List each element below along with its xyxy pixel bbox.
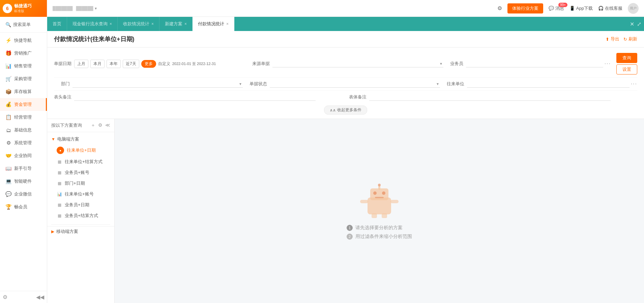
source-select[interactable]: [272, 60, 444, 67]
date-last-7-btn[interactable]: 近7天: [123, 60, 139, 68]
date-this-year-btn[interactable]: 本年: [107, 60, 121, 68]
scheme-item-label: 往来单位+账号: [65, 191, 94, 197]
scheme-item-partner-date[interactable]: ● 往来单位+日期: [47, 144, 114, 156]
sidebar-item-system[interactable]: ⚙ 系统管理: [0, 137, 47, 149]
close-all-tabs-icon[interactable]: ✕: [630, 21, 634, 27]
refresh-button[interactable]: ↻ 刷新: [623, 36, 637, 42]
sidebar-item-member[interactable]: 🏆 畅会员: [0, 201, 47, 213]
add-scheme-icon[interactable]: ＋: [91, 122, 95, 128]
salesperson-group: ··· 查询 设置: [466, 53, 637, 74]
sidebar-item-inventory[interactable]: 📦 库存核算: [0, 85, 47, 98]
sales-icon: 📊: [5, 63, 11, 69]
settings-icon[interactable]: ⚙: [3, 294, 7, 300]
scheme-item-salesperson-account[interactable]: ▦ 业务员+账号: [47, 167, 114, 178]
trial-button[interactable]: 体验行业方案: [507, 3, 543, 13]
refresh-label: 刷新: [628, 36, 637, 42]
scheme-item-dept-date[interactable]: ▦ 部门+日期: [47, 178, 114, 189]
app-download-label: App下载: [576, 5, 593, 11]
filter-row-1: 单据日期 上月 本月 本年 近7天 更多 自定义 2022-01-01 至 20…: [54, 50, 637, 78]
tip-text-1: 请先选择要分析的方案: [355, 225, 403, 231]
sidebar-item-hardware[interactable]: 💻 智能硬件: [0, 175, 47, 188]
scheme-item-salesperson-date[interactable]: ▦ 业务员+日期: [47, 200, 114, 210]
online-service-button[interactable]: 🎧 在线客服: [598, 5, 622, 11]
sidebar-item-finance[interactable]: 💰 资金管理: [0, 98, 47, 111]
sidebar-item-quick-nav[interactable]: ⚡ 快捷导航: [0, 34, 47, 47]
date-custom-btn[interactable]: 自定义: [158, 61, 170, 67]
quick-nav-icon: ⚡: [5, 37, 11, 43]
scheme-item-partner-settlement[interactable]: ▦ 往来单位+结算方式: [47, 156, 114, 167]
user-avatar[interactable]: 用户: [628, 3, 639, 14]
tab-new-scheme[interactable]: 新建方案 ×: [159, 17, 193, 31]
collapse-sidebar-icon[interactable]: ◀◀: [36, 294, 44, 300]
salesperson-more-icon[interactable]: ···: [605, 61, 611, 67]
svg-point-3: [382, 191, 385, 195]
query-button[interactable]: 查询: [616, 53, 637, 63]
sidebar-item-enterprise[interactable]: 🤝 企业协同: [0, 149, 47, 162]
svg-rect-4: [375, 197, 384, 198]
scheme-separator: [51, 224, 110, 225]
app-download-button[interactable]: 📱 App下载: [569, 5, 593, 11]
expand-group-icon: ▼: [51, 137, 55, 142]
empty-robot-svg: [357, 182, 401, 219]
sidebar-item-basic[interactable]: 🗂 基础信息: [0, 124, 47, 137]
sidebar-item-sales[interactable]: 📊 销售管理: [0, 60, 47, 72]
collapse-panel-icon[interactable]: ≪: [105, 122, 110, 128]
tab-payment-close[interactable]: ×: [226, 22, 229, 26]
dept-select[interactable]: [72, 80, 243, 87]
collapse-conditions-button[interactable]: ∧∧ 收起更多条件: [324, 105, 367, 115]
source-select-wrap: ▾: [272, 60, 444, 67]
tabbar: 首页 现金银行流水查询 × 收款情况统计 × 新建方案 × 付款情况统计 × ✕…: [47, 17, 644, 31]
sidebar-item-guide[interactable]: 📖 新手引导: [0, 162, 47, 175]
tab-new-scheme-close[interactable]: ×: [184, 22, 187, 26]
scheme-item-label: 业务员+结算方式: [65, 213, 98, 219]
active-scheme-icon: ●: [57, 147, 64, 154]
doc-status-label: 单据状态: [243, 81, 270, 87]
settings-scheme-icon[interactable]: ⚙: [98, 122, 103, 128]
search-icon: 🔍: [5, 22, 11, 27]
tab-bank-close[interactable]: ×: [110, 22, 112, 26]
sidebar-item-label: 快捷导航: [14, 37, 32, 43]
date-last-month-btn[interactable]: 上月: [74, 60, 88, 68]
tab-receipt-close[interactable]: ×: [151, 22, 154, 26]
breadcrumb-text: ███████ ██████: [53, 6, 93, 11]
dept-select-group: ▾: [72, 80, 243, 88]
search-menu-item[interactable]: 🔍 搜索菜单: [3, 20, 44, 30]
counterparty-more-icon[interactable]: ···: [631, 81, 637, 87]
sidebar-item-marketing[interactable]: 🎁 营销推广: [0, 47, 47, 60]
export-label: 导出: [611, 36, 619, 42]
expand-icon[interactable]: ⤢: [637, 21, 641, 27]
scheme-item-label: 部门+日期: [65, 180, 85, 186]
svg-rect-9: [372, 213, 377, 218]
svg-point-6: [378, 184, 381, 186]
tab-receipt[interactable]: 收款情况统计 ×: [118, 17, 159, 31]
tab-home[interactable]: 首页: [47, 17, 67, 31]
date-more-btn[interactable]: 更多: [141, 60, 156, 68]
empty-tips: 1 请先选择要分析的方案 2 用过滤条件来缩小分析范围: [347, 225, 412, 240]
scheme-item-salesperson-settlement[interactable]: ▦ 业务员+结算方式: [47, 210, 114, 221]
desktop-group-label: 电脑端方案: [57, 136, 79, 142]
message-button[interactable]: 💬 消息 99+: [549, 5, 564, 11]
doc-status-select[interactable]: [270, 80, 440, 87]
export-button[interactable]: ⬆ 导出: [606, 36, 619, 42]
breadcrumb-dropdown[interactable]: ▾: [95, 6, 97, 11]
sidebar-item-operation[interactable]: 📋 经营管理: [0, 111, 47, 124]
sidebar-item-wechat[interactable]: 💬 企业微信: [0, 188, 47, 201]
wechat-icon: 💬: [5, 191, 11, 197]
tab-home-label: 首页: [53, 21, 61, 27]
counterparty-input[interactable]: [467, 80, 630, 88]
filter-and-results: 单据日期 上月 本月 本年 近7天 更多 自定义 2022-01-01 至 20…: [47, 48, 644, 303]
tab-payment[interactable]: 付款情况统计 ×: [193, 17, 234, 31]
svg-point-2: [373, 191, 377, 195]
date-this-month-btn[interactable]: 本月: [90, 60, 105, 68]
tab-bank[interactable]: 现金银行流水查询 ×: [67, 17, 118, 31]
sidebar-item-purchase[interactable]: 🛒 采购管理: [0, 72, 47, 85]
header-note-input[interactable]: [74, 93, 316, 101]
settings-button[interactable]: 设置: [616, 64, 637, 74]
salesperson-label: 业务员: [443, 61, 466, 67]
mobile-group-header[interactable]: ▶ 移动端方案: [47, 226, 114, 237]
topbar-settings-icon[interactable]: ⚙: [497, 5, 502, 11]
salesperson-input[interactable]: [466, 60, 603, 67]
scheme-item-partner-account[interactable]: 📊 往来单位+账号: [47, 189, 114, 200]
desktop-group-header[interactable]: ▼ 电脑端方案: [47, 134, 114, 144]
body-note-input[interactable]: [369, 93, 611, 101]
